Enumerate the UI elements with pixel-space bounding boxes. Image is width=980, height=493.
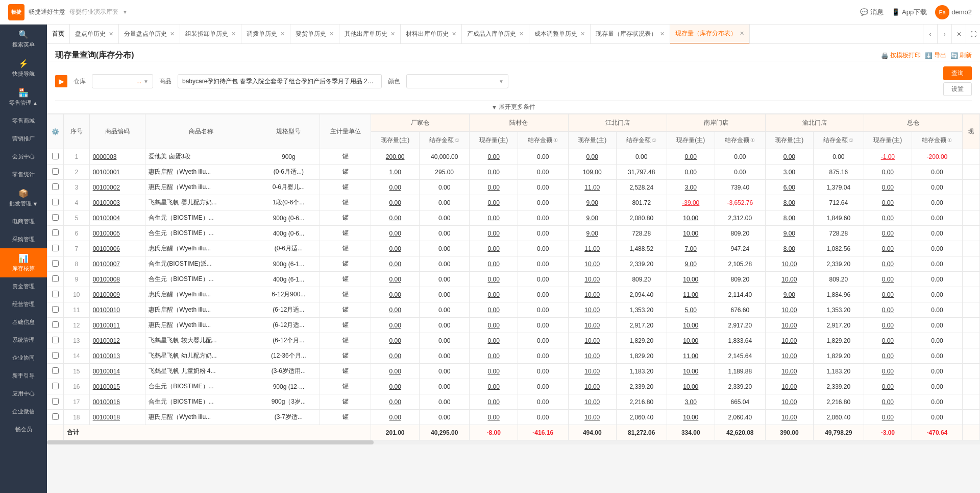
- cell-checkbox[interactable]: [47, 318, 64, 333]
- cell-czc-qty[interactable]: 0.00: [371, 394, 419, 410]
- cell-code[interactable]: 0000003: [89, 149, 145, 165]
- cell-zc-qty[interactable]: 0.00: [864, 364, 912, 379]
- cell-zc-qty[interactable]: 0.00: [864, 318, 912, 333]
- sidebar-item-finance[interactable]: 资金管理: [0, 277, 47, 295]
- cell-zc-qty[interactable]: 0.00: [864, 348, 912, 364]
- cell-ybd-qty[interactable]: 10.00: [765, 302, 813, 318]
- industry-dropdown-arrow[interactable]: ▼: [122, 9, 128, 15]
- message-btn[interactable]: 💬 消息: [860, 8, 884, 17]
- cell-jbmd-qty[interactable]: 10.00: [568, 379, 616, 394]
- cell-ybd-qty[interactable]: 10.00: [765, 364, 813, 379]
- cell-lcc-qty[interactable]: 0.00: [470, 256, 518, 272]
- sidebar-item-stock[interactable]: 📊 库存核算: [0, 248, 47, 277]
- cell-ybd-qty[interactable]: 9.00: [765, 287, 813, 302]
- cell-zc-qty[interactable]: -1.00: [864, 149, 912, 165]
- goods-input[interactable]: babycare孕妇待产包 春季入院全套母子组合孕妇产后冬季月子用品 22件套 …: [178, 74, 382, 88]
- cell-czc-qty[interactable]: 0.00: [371, 287, 419, 302]
- cell-ybd-qty[interactable]: 10.00: [765, 410, 813, 425]
- cell-checkbox[interactable]: [47, 272, 64, 287]
- cell-czc-qty[interactable]: 0.00: [371, 180, 419, 195]
- cell-jbmd-qty[interactable]: 0.00: [568, 149, 616, 165]
- refresh-btn[interactable]: 🔄 刷新: [950, 51, 972, 60]
- cell-czc-qty[interactable]: 0.00: [371, 410, 419, 425]
- cell-zc-qty[interactable]: 0.00: [864, 195, 912, 210]
- color-input[interactable]: ▼: [406, 74, 508, 88]
- cell-zc-qty[interactable]: 0.00: [864, 241, 912, 256]
- cell-ybd-qty[interactable]: 10.00: [765, 394, 813, 410]
- cell-code[interactable]: 00100001: [89, 165, 145, 180]
- cell-jbmd-qty[interactable]: 10.00: [568, 302, 616, 318]
- cell-zc-qty[interactable]: 0.00: [864, 256, 912, 272]
- cell-code[interactable]: 00100004: [89, 210, 145, 226]
- cell-czc-qty[interactable]: 0.00: [371, 226, 419, 241]
- cell-ybd-qty[interactable]: 10.00: [765, 256, 813, 272]
- cell-czc-qty[interactable]: 0.00: [371, 210, 419, 226]
- cell-lcc-qty[interactable]: 0.00: [470, 379, 518, 394]
- query-btn[interactable]: 查询: [943, 66, 972, 80]
- cell-ybd-qty[interactable]: 8.00: [765, 210, 813, 226]
- cell-jbmd-qty[interactable]: 11.00: [568, 241, 616, 256]
- cell-jbmd-qty[interactable]: 9.00: [568, 210, 616, 226]
- cell-code[interactable]: 00100014: [89, 364, 145, 379]
- tab-request[interactable]: 要货单历史 ✕: [290, 25, 339, 44]
- tab-home[interactable]: 首页: [47, 25, 70, 44]
- cell-zc-qty[interactable]: 0.00: [864, 394, 912, 410]
- cell-code[interactable]: 00100016: [89, 394, 145, 410]
- sidebar-item-guide[interactable]: 新手引导: [0, 367, 47, 385]
- cell-namd-qty[interactable]: 11.00: [667, 287, 715, 302]
- cell-code[interactable]: 00100007: [89, 256, 145, 272]
- tab-assemble[interactable]: 组装拆卸单历史 ✕: [180, 25, 241, 44]
- cell-ybd-qty[interactable]: 3.00: [765, 165, 813, 180]
- cell-jbmd-qty[interactable]: 10.00: [568, 287, 616, 302]
- sidebar-item-member[interactable]: 会员中心: [0, 148, 47, 166]
- cell-lcc-qty[interactable]: 0.00: [470, 333, 518, 348]
- cell-ybd-qty[interactable]: 8.00: [765, 241, 813, 256]
- expand-conditions-btn[interactable]: ▼ 展开更多条件: [492, 103, 536, 111]
- cell-namd-qty[interactable]: 10.00: [667, 410, 715, 425]
- cell-jbmd-qty[interactable]: 10.00: [568, 394, 616, 410]
- cell-checkbox[interactable]: [47, 165, 64, 180]
- cell-namd-qty[interactable]: 3.00: [667, 180, 715, 195]
- cell-code[interactable]: 00100009: [89, 287, 145, 302]
- cell-ybd-qty[interactable]: 10.00: [765, 379, 813, 394]
- cell-ybd-qty[interactable]: 10.00: [765, 348, 813, 364]
- cell-namd-qty[interactable]: 7.00: [667, 241, 715, 256]
- sidebar-item-business[interactable]: 经营管理: [0, 295, 47, 313]
- cell-jbmd-qty[interactable]: 9.00: [568, 226, 616, 241]
- cell-namd-qty[interactable]: 10.00: [667, 210, 715, 226]
- tab-other-out-close[interactable]: ✕: [390, 31, 395, 37]
- cell-code[interactable]: 00100008: [89, 272, 145, 287]
- sidebar-item-retail[interactable]: 🏪 零售管理 ▲: [0, 83, 47, 112]
- cell-zc-qty[interactable]: 0.00: [864, 165, 912, 180]
- cell-checkbox[interactable]: [47, 287, 64, 302]
- sidebar-item-shortcut[interactable]: ⚡ 快捷导航: [0, 54, 47, 83]
- cell-checkbox[interactable]: [47, 256, 64, 272]
- cell-zc-qty[interactable]: 0.00: [864, 272, 912, 287]
- tab-other-out[interactable]: 其他出库单历史 ✕: [339, 25, 401, 44]
- cell-lcc-qty[interactable]: 0.00: [470, 410, 518, 425]
- cell-jbmd-qty[interactable]: 10.00: [568, 256, 616, 272]
- sidebar-item-collab[interactable]: 企业协同: [0, 349, 47, 367]
- sidebar-item-ecom[interactable]: 电商管理: [0, 213, 47, 230]
- cell-checkbox[interactable]: [47, 379, 64, 394]
- cell-namd-qty[interactable]: -39.00: [667, 195, 715, 210]
- tab-product-in[interactable]: 产成品入库单历史 ✕: [462, 25, 529, 44]
- cell-checkbox[interactable]: [47, 195, 64, 210]
- cell-ybd-qty[interactable]: 6.00: [765, 180, 813, 195]
- cell-zc-qty[interactable]: 0.00: [864, 287, 912, 302]
- cell-czc-qty[interactable]: 0.00: [371, 379, 419, 394]
- tab-request-close[interactable]: ✕: [329, 31, 334, 37]
- cell-code[interactable]: 00100010: [89, 302, 145, 318]
- cell-lcc-qty[interactable]: 0.00: [470, 348, 518, 364]
- cell-czc-qty[interactable]: 1.00: [371, 165, 419, 180]
- cell-ybd-qty[interactable]: 10.00: [765, 318, 813, 333]
- cell-czc-qty[interactable]: 0.00: [371, 364, 419, 379]
- cell-lcc-qty[interactable]: 0.00: [470, 287, 518, 302]
- cell-zc-qty[interactable]: 0.00: [864, 302, 912, 318]
- cell-namd-qty[interactable]: 10.00: [667, 226, 715, 241]
- tab-cost-adjust[interactable]: 成本调整单历史 ✕: [529, 25, 591, 44]
- cell-czc-qty[interactable]: 0.00: [371, 272, 419, 287]
- cell-checkbox[interactable]: [47, 180, 64, 195]
- cell-code[interactable]: 00100011: [89, 318, 145, 333]
- tab-product-in-close[interactable]: ✕: [519, 31, 524, 37]
